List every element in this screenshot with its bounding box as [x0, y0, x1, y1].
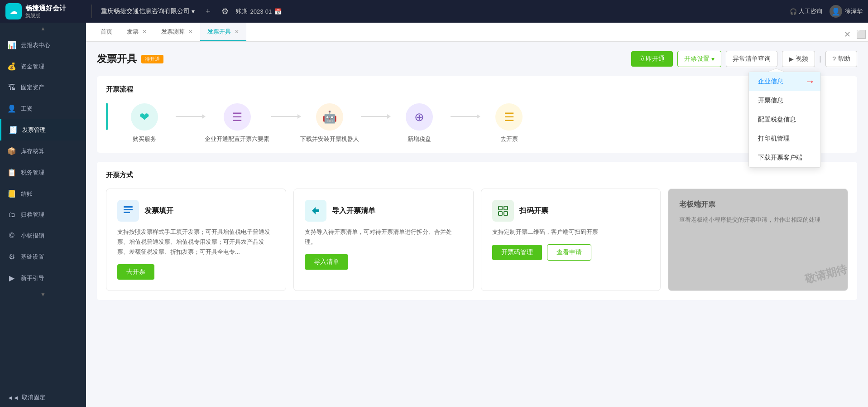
- sidebar-item-xiaochang[interactable]: © 小畅报销: [0, 225, 86, 246]
- method-scan-icon: [492, 200, 514, 222]
- help-label: 帮助: [838, 55, 850, 63]
- sidebar-item-shuiwu[interactable]: 📋 税务管理: [0, 162, 86, 183]
- tab-fapiao-close[interactable]: ✕: [142, 29, 147, 35]
- sidebar-item-label: 云报表中心: [21, 41, 50, 49]
- maximize-icon[interactable]: ⬜: [854, 28, 868, 41]
- shuiwu-icon: 📋: [7, 168, 16, 177]
- settings-icon[interactable]: ⚙: [221, 6, 229, 16]
- service-button[interactable]: 🎧 人工咨询: [790, 7, 822, 15]
- sidebar-item-jiezhang[interactable]: 📒 结账: [0, 183, 86, 204]
- help-button[interactable]: ? 帮助: [825, 51, 857, 67]
- company-name-text: 重庆畅捷交通信息咨询有限公司: [101, 7, 190, 15]
- step-2-icon: ☰: [224, 103, 251, 131]
- app-subtitle: 旗舰版: [25, 12, 66, 19]
- sidebar-item-zijin[interactable]: 💰 资金管理: [0, 56, 86, 77]
- method-fill-header: 发票填开: [117, 200, 275, 222]
- sidebar-item-xinshouyindao[interactable]: ▶ 新手引导: [0, 267, 86, 289]
- sidebar-item-kucun[interactable]: 📦 库存核算: [0, 141, 86, 162]
- settings-label: 开票设置: [684, 55, 710, 63]
- method-import-desc: 支持导入待开票清单，可对待开票清单进行拆分、合并处理。: [305, 227, 462, 247]
- dropdown-item-peizhi[interactable]: 配置税盘信息: [749, 110, 820, 129]
- tab-fapiao[interactable]: 发票 ✕: [120, 23, 154, 41]
- gudingzichan-icon: 🏗: [7, 83, 16, 92]
- flow-left-bar: [106, 103, 108, 130]
- kucun-icon: 📦: [7, 147, 16, 155]
- dropdown-item-dayinji[interactable]: 打印机管理: [749, 129, 820, 148]
- sidebar-item-label: 新手引导: [21, 274, 44, 282]
- page-header: 发票开具 待开通 立即开通 开票设置 ▾ 异常清单查询 ▶ 视频: [97, 51, 857, 67]
- step-3-label: 下载并安装开票机器人: [300, 135, 359, 143]
- top-right: 🎧 人工咨询 👤 徐泽华: [790, 5, 863, 18]
- dayinji-label: 打印机管理: [758, 135, 790, 142]
- abnormal-button[interactable]: 异常清单查询: [726, 51, 777, 67]
- sidebar-item-gudingzichan[interactable]: 🏗 固定资产: [0, 77, 86, 98]
- dropdown-item-kaipiao[interactable]: 开票信息: [749, 91, 820, 110]
- svg-marker-0: [767, 68, 785, 72]
- user-area[interactable]: 👤 徐泽华: [830, 5, 863, 18]
- tab-fapiaocesuan[interactable]: 发票测算 ✕: [154, 23, 200, 41]
- cancel-fixed-button[interactable]: ◄◄ 取消固定: [0, 388, 86, 407]
- sidebar-item-guidang[interactable]: 🗂 归档管理: [0, 204, 86, 225]
- close-window-icon[interactable]: ✕: [842, 28, 853, 41]
- cancel-label: 取消固定: [22, 393, 45, 402]
- tab-fapiaocesuan-close[interactable]: ✕: [188, 29, 193, 35]
- step-5-label: 去开票: [500, 135, 518, 143]
- headset-icon: 🎧: [790, 8, 797, 15]
- app-logo-icon: ☁: [5, 3, 22, 19]
- method-scan-header: 扫码开票: [492, 200, 650, 222]
- method-scan-btn1[interactable]: 开票码管理: [492, 245, 542, 260]
- video-button[interactable]: ▶ 视频: [782, 51, 815, 67]
- peizhi-label: 配置税盘信息: [758, 116, 796, 123]
- status-badge: 待开通: [141, 55, 163, 63]
- flow-steps: ❤ 购买服务 ☰ 企业开通配置开票六要素 🤖 下载并安装开票机器人: [106, 103, 848, 144]
- method-boss-desc: 查看老板端小程序提交的开票申请，并作出相应的处理: [679, 215, 837, 225]
- chevron-down-icon: ▾: [192, 8, 195, 15]
- user-avatar: 👤: [830, 5, 842, 18]
- step-3-icon: 🤖: [316, 103, 343, 131]
- tab-fapiao-label: 发票: [127, 28, 139, 36]
- sidebar-item-label: 资金管理: [21, 63, 44, 71]
- tab-home-label: 首页: [101, 28, 112, 36]
- sidebar-item-label: 工资: [21, 105, 33, 113]
- activate-button[interactable]: 立即开通: [631, 51, 673, 67]
- method-scan-title: 扫码开票: [519, 206, 548, 216]
- dropdown-item-qiye[interactable]: 企业信息 →: [749, 72, 820, 91]
- step-2-label: 企业开通配置开票六要素: [205, 135, 269, 143]
- top-divider: [91, 5, 92, 18]
- method-fill-icon: [117, 200, 139, 222]
- dropdown-item-xiazai[interactable]: 下载开票客户端: [749, 148, 820, 167]
- tab-fapiaokaiqu[interactable]: 发票开具 ✕: [200, 23, 246, 41]
- flow-connector-3: [361, 116, 388, 117]
- fapiao-icon: 🧾: [9, 126, 18, 134]
- method-scan-btn2[interactable]: 查看申请: [547, 244, 591, 261]
- sidebar-item-gongzi[interactable]: 👤 工资: [0, 98, 86, 119]
- app-wrapper: ☁ 畅捷通好会计 旗舰版 重庆畅捷交通信息咨询有限公司 ▾ + ⚙ 账期 202…: [0, 0, 868, 407]
- method-import-btn[interactable]: 导入清单: [305, 254, 348, 270]
- service-label: 人工咨询: [799, 7, 822, 15]
- method-boss-header: 老板端开票: [679, 200, 837, 209]
- method-card-fill: 发票填开 支持按照发票样式手工填开发票；可开具增值税电子普通发票、增值税普通发票…: [106, 189, 286, 291]
- sidebar-scroll-down[interactable]: ▼: [0, 289, 86, 300]
- add-button[interactable]: +: [202, 5, 214, 18]
- company-selector[interactable]: 重庆畅捷交通信息咨询有限公司 ▾: [101, 7, 195, 15]
- tab-home[interactable]: 首页: [93, 23, 120, 41]
- svg-rect-2: [124, 209, 133, 210]
- sidebar-item-jichushezhi[interactable]: ⚙ 基础设置: [0, 246, 86, 267]
- sidebar-item-fapiao[interactable]: 🧾 发票管理: [0, 119, 86, 141]
- sidebar-item-label: 库存核算: [21, 147, 44, 155]
- sidebar-item-yunbao[interactable]: 📊 云报表中心: [0, 34, 86, 56]
- sidebar-item-label: 税务管理: [21, 169, 44, 177]
- sidebar-scroll-up[interactable]: ▲: [0, 23, 86, 34]
- method-fill-btn[interactable]: 去开票: [117, 264, 154, 280]
- calendar-icon[interactable]: 📅: [274, 8, 282, 15]
- settings-button[interactable]: 开票设置 ▾: [677, 51, 721, 67]
- gongzi-icon: 👤: [7, 104, 16, 113]
- flow-step-2: ☰ 企业开通配置开票六要素: [205, 103, 269, 143]
- sidebar-item-label: 基础设置: [21, 253, 44, 261]
- tab-fapiaocesuan-label: 发票测算: [161, 28, 185, 36]
- flow-section: 开票流程 ❤ 购买服务 ☰ 企业开通配置开票六要素: [97, 76, 857, 153]
- sidebar-item-label: 固定资产: [21, 83, 44, 92]
- tab-fapiaokaiqu-close[interactable]: ✕: [235, 29, 239, 35]
- kaipiao-label: 开票信息: [758, 97, 783, 104]
- page-title-area: 发票开具 待开通: [97, 52, 163, 66]
